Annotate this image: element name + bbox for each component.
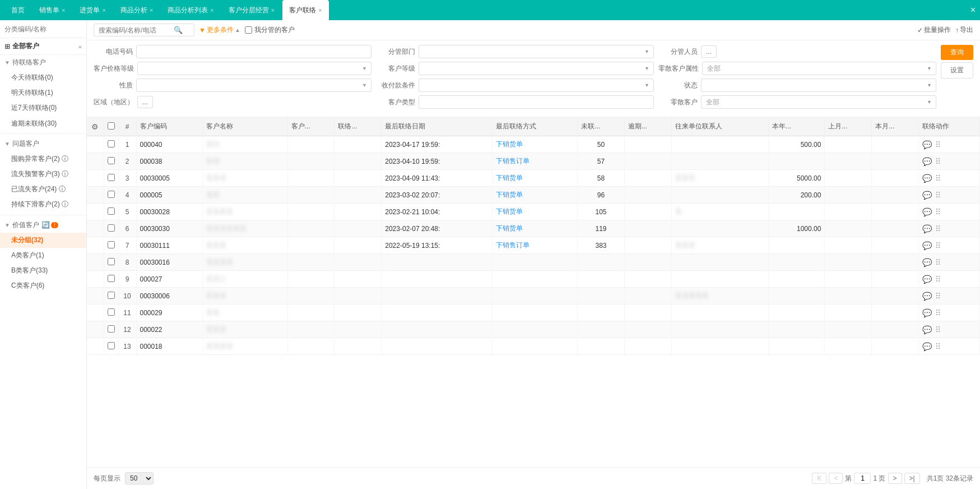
price-level-select[interactable] bbox=[137, 62, 371, 75]
manager-dotdot-btn[interactable]: ... bbox=[701, 45, 717, 58]
td-check-5[interactable] bbox=[104, 220, 118, 237]
sidebar-item-churned[interactable]: 已流失客户(24) ⓘ bbox=[0, 182, 86, 197]
export-btn[interactable]: ↑ 导出 bbox=[955, 25, 973, 35]
th-name[interactable]: 客户名称 bbox=[202, 117, 287, 136]
th-overdue[interactable]: 逾期... bbox=[624, 117, 671, 136]
batch-op-btn[interactable]: ✓ 批量操作 bbox=[917, 25, 951, 35]
td-last-method-9[interactable] bbox=[493, 288, 578, 305]
grid-action-icon-6[interactable]: ⠿ bbox=[935, 241, 941, 250]
sidebar-item-b-class[interactable]: B类客户(33) bbox=[0, 263, 86, 278]
my-customers-checkbox-label[interactable]: 我分管的客户 bbox=[245, 25, 295, 35]
retail-attr-select[interactable]: 全部 bbox=[702, 62, 936, 75]
sidebar-search-input[interactable] bbox=[4, 25, 87, 33]
td-check-6[interactable] bbox=[104, 237, 118, 254]
grid-action-icon-7[interactable]: ⠿ bbox=[935, 258, 941, 267]
td-last-method-5[interactable]: 下销货单 bbox=[493, 220, 578, 237]
my-customers-checkbox[interactable] bbox=[245, 26, 252, 34]
next-page-btn[interactable]: > bbox=[888, 473, 902, 484]
last-page-btn[interactable]: >| bbox=[904, 473, 920, 484]
tab-sales[interactable]: 销售单 × bbox=[32, 0, 72, 20]
sidebar-item-hoarding[interactable]: 囤购异常客户(2) ⓘ bbox=[0, 151, 86, 167]
td-check-9[interactable] bbox=[104, 288, 118, 305]
sidebar-item-c-class[interactable]: C类客户(6) bbox=[0, 278, 86, 293]
row-checkbox-1[interactable] bbox=[108, 157, 115, 164]
grid-action-icon-4[interactable]: ⠿ bbox=[935, 207, 941, 216]
td-last-method-11[interactable] bbox=[493, 321, 578, 338]
message-icon-8[interactable]: 💬 bbox=[922, 275, 932, 284]
sidebar-item-ungrouped[interactable]: 未分组(32) bbox=[0, 233, 86, 248]
th-this-month[interactable]: 本月... bbox=[872, 117, 919, 136]
td-last-method-3[interactable]: 下销货单 bbox=[493, 187, 578, 204]
sidebar-item-overdue[interactable]: 逾期未联络(30) bbox=[0, 116, 86, 131]
sidebar-item-7days[interactable]: 近7天待联络(0) bbox=[0, 100, 86, 116]
message-icon-7[interactable]: 💬 bbox=[922, 258, 932, 267]
th-last-month[interactable]: 上月... bbox=[825, 117, 872, 136]
tab-home[interactable]: 首页 bbox=[4, 0, 31, 20]
td-check-4[interactable] bbox=[104, 204, 118, 220]
phone-input[interactable] bbox=[136, 45, 371, 58]
td-check-2[interactable] bbox=[104, 170, 118, 187]
td-check-3[interactable] bbox=[104, 187, 118, 204]
th-type[interactable]: 客户... bbox=[287, 117, 335, 136]
grid-action-icon-10[interactable]: ⠿ bbox=[935, 308, 941, 317]
reset-button[interactable]: 设置 bbox=[941, 62, 973, 79]
td-check-12[interactable] bbox=[104, 338, 118, 355]
row-checkbox-2[interactable] bbox=[108, 174, 115, 181]
message-icon-6[interactable]: 💬 bbox=[922, 241, 932, 250]
tab-sales-close[interactable]: × bbox=[62, 7, 65, 13]
th-contact[interactable]: 联络... bbox=[335, 117, 382, 136]
tab-product-analysis[interactable]: 商品分析 × bbox=[114, 0, 160, 20]
sidebar-all-customers[interactable]: ⊞ 全部客户 « bbox=[0, 38, 86, 55]
td-check-1[interactable] bbox=[104, 153, 118, 170]
sidebar-item-today[interactable]: 今天待联络(0) bbox=[0, 70, 86, 85]
tab-purchase[interactable]: 进货单 × bbox=[73, 0, 112, 20]
tab-product-analysis-list[interactable]: 商品分析列表 × bbox=[161, 0, 220, 20]
message-icon-4[interactable]: 💬 bbox=[922, 207, 932, 216]
message-icon-11[interactable]: 💬 bbox=[922, 325, 932, 334]
td-check-11[interactable] bbox=[104, 321, 118, 338]
td-last-method-6[interactable]: 下销售订单 bbox=[493, 237, 578, 254]
grid-action-icon-2[interactable]: ⠿ bbox=[935, 174, 941, 183]
nature-select[interactable] bbox=[136, 79, 371, 92]
th-not-contact[interactable]: 未联... bbox=[578, 117, 625, 136]
row-checkbox-6[interactable] bbox=[108, 241, 115, 248]
message-icon-3[interactable]: 💬 bbox=[922, 191, 932, 200]
message-icon-2[interactable]: 💬 bbox=[922, 174, 932, 183]
tab-customer-segment[interactable]: 客户分层经营 × bbox=[222, 0, 281, 20]
payment-select[interactable] bbox=[419, 79, 654, 92]
grid-action-icon-12[interactable]: ⠿ bbox=[935, 342, 941, 351]
td-last-method-0[interactable]: 下销货单 bbox=[493, 136, 578, 153]
td-last-method-7[interactable] bbox=[493, 254, 578, 271]
tab-customer-segment-close[interactable]: × bbox=[271, 7, 275, 13]
row-checkbox-5[interactable] bbox=[108, 224, 115, 232]
td-check-7[interactable] bbox=[104, 254, 118, 271]
select-all-checkbox[interactable] bbox=[108, 122, 115, 130]
tab-product-analysis-list-close[interactable]: × bbox=[210, 7, 213, 13]
th-check[interactable] bbox=[104, 117, 118, 136]
td-last-method-4[interactable]: 下销货单 bbox=[493, 204, 578, 220]
td-check-10[interactable] bbox=[104, 305, 118, 321]
td-check-0[interactable] bbox=[104, 136, 118, 153]
row-checkbox-4[interactable] bbox=[108, 207, 115, 215]
row-checkbox-0[interactable] bbox=[108, 140, 115, 147]
region-dotdot-btn[interactable]: ... bbox=[137, 96, 153, 108]
th-last-contact-date[interactable]: 最后联络日期 bbox=[382, 117, 493, 136]
th-code[interactable]: 客户编码 bbox=[136, 117, 202, 136]
grid-action-icon-8[interactable]: ⠿ bbox=[935, 275, 941, 284]
retail-customer-select[interactable]: 全部 bbox=[701, 95, 936, 109]
search-input[interactable] bbox=[99, 26, 171, 34]
dept-select[interactable] bbox=[419, 45, 654, 58]
close-all-button[interactable]: × bbox=[970, 5, 976, 15]
message-icon-12[interactable]: 💬 bbox=[922, 342, 932, 351]
sidebar-item-declining[interactable]: 持续下滑客户(2) ⓘ bbox=[0, 197, 86, 212]
td-last-method-12[interactable] bbox=[493, 338, 578, 355]
first-page-btn[interactable]: K bbox=[812, 473, 826, 484]
tab-customer-contact-close[interactable]: × bbox=[318, 7, 322, 13]
refresh-icon[interactable]: 🔄 bbox=[41, 221, 50, 229]
td-last-method-2[interactable]: 下销货单 bbox=[493, 170, 578, 187]
message-icon-5[interactable]: 💬 bbox=[922, 224, 932, 233]
query-button[interactable]: 查询 bbox=[941, 45, 973, 60]
customer-type-input[interactable] bbox=[419, 95, 654, 109]
row-checkbox-12[interactable] bbox=[108, 342, 115, 349]
grid-action-icon-11[interactable]: ⠿ bbox=[935, 325, 941, 334]
